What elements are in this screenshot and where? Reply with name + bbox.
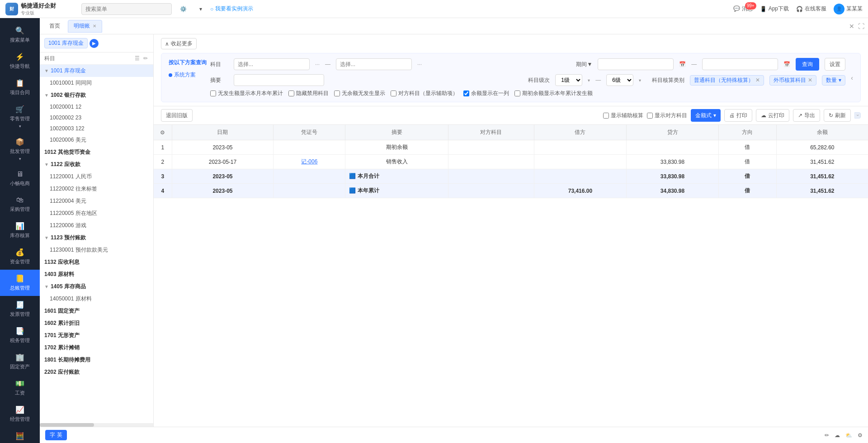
tree-item-1122[interactable]: ▼ 1122 应收款: [40, 158, 153, 171]
horizontal-scrollbar[interactable]: [40, 423, 153, 427]
selected-account-badge[interactable]: 1001 库存现金: [44, 38, 88, 48]
ellipsis-end-btn[interactable]: ···: [417, 61, 422, 67]
bottom-cloud-icon[interactable]: ☁: [835, 432, 840, 438]
refresh-btn[interactable]: ↻ 刷新: [824, 109, 851, 122]
expand-more-btn[interactable]: ∧ 收起更多: [161, 38, 197, 49]
tree-item-11220002[interactable]: 11220002 往来标签: [40, 183, 153, 195]
tree-item-10010001[interactable]: 10010001 同同同: [40, 77, 153, 89]
tree-item-2202[interactable]: 2202 应付账款: [40, 366, 153, 378]
tree-item-1002[interactable]: ▼ 1002 银行存款: [40, 89, 153, 101]
checkbox-opposite[interactable]: 对方科目（显示辅助项）: [391, 90, 458, 97]
tree-list-btn[interactable]: ☰: [134, 54, 141, 62]
tree-item-1801[interactable]: 1801 长期待摊费用: [40, 354, 153, 366]
col-settings[interactable]: ⚙: [154, 125, 172, 140]
ellipsis-btn[interactable]: ···: [315, 61, 320, 67]
online-service-btn[interactable]: 🎧 在线客服: [796, 5, 826, 13]
lang-switch-btn[interactable]: 字 英: [45, 430, 67, 440]
tree-item-11220006[interactable]: 11220006 游戏: [40, 219, 153, 232]
sidebar-item-ledger[interactable]: 📒 总账管理: [0, 270, 40, 296]
cloud-print-btn[interactable]: ☁ 云打印: [756, 109, 789, 122]
currency-mode-btn[interactable]: 金额式 ▾: [691, 109, 721, 122]
calendar-end-icon[interactable]: 📅: [783, 61, 790, 67]
sidebar-item-wholesale[interactable]: 📦 批发管理 ▾: [0, 133, 40, 166]
search-input[interactable]: [81, 3, 172, 15]
tag-foreign[interactable]: 外币核算科目 ✕: [769, 75, 816, 86]
tree-item-11220005[interactable]: 11220005 所在地区: [40, 207, 153, 219]
export-btn[interactable]: ↗ 导出: [793, 109, 820, 122]
sidebar-item-search[interactable]: 🔍 搜索菜单: [0, 22, 40, 48]
checkbox-show-aux-calc[interactable]: 显示辅助核算: [603, 112, 643, 119]
period-start-input[interactable]: 2023-05: [598, 58, 674, 70]
tree-item-10020003[interactable]: 10020003 122: [40, 123, 153, 134]
scrollbar-thumb[interactable]: [40, 423, 94, 427]
app-download-btn[interactable]: 📱 App下载: [760, 5, 789, 13]
dropdown-nav-btn[interactable]: ▾: [195, 3, 207, 15]
collapse-left-btn[interactable]: ‹: [851, 74, 853, 81]
tree-item-11220004[interactable]: 11220004 美元: [40, 195, 153, 207]
checkbox-no-balance[interactable]: 无发生额显示本月本年累计: [210, 90, 283, 97]
subject-input[interactable]: [234, 58, 310, 70]
tree-item-1123[interactable]: ▼ 1123 预付账款: [40, 232, 153, 244]
notification-btn[interactable]: 💬 消息 99+: [733, 5, 752, 13]
sidebar-item-finance[interactable]: 💰 资金管理: [0, 243, 40, 270]
user-area[interactable]: 👤 某某某: [834, 4, 863, 14]
tree-item-11220001[interactable]: 11220001 人民币: [40, 171, 153, 183]
tree-item-11230001[interactable]: 11230001 预付款款美元: [40, 244, 153, 256]
voucher-link[interactable]: 记-006: [301, 158, 317, 165]
sidebar-item-ecommerce[interactable]: 🖥 小畅电商: [0, 166, 40, 191]
tab-ledger[interactable]: 明细账 ✕: [68, 20, 102, 33]
tag-ordinary[interactable]: 普通科目（无特殊核算） ✕: [690, 75, 764, 86]
tree-item-1601[interactable]: 1601 固定资产: [40, 305, 153, 317]
close-window-btn[interactable]: ✕: [849, 23, 854, 30]
nav-next-btn[interactable]: ▶: [90, 39, 99, 48]
tree-item-1602[interactable]: 1602 累计折旧: [40, 317, 153, 329]
tab-home[interactable]: 首页: [43, 20, 66, 33]
tree-item-14050001[interactable]: 14050001 原材料: [40, 293, 153, 305]
return-old-btn[interactable]: 退回旧版: [161, 109, 193, 122]
tag-close-btn[interactable]: ✕: [755, 77, 760, 83]
sidebar-item-salary[interactable]: 💵 工资: [0, 375, 40, 401]
tab-close-btn[interactable]: ✕: [93, 24, 96, 29]
tree-item-1012[interactable]: 1012 其他货币资金: [40, 146, 153, 158]
maximize-btn[interactable]: ⛶: [858, 23, 864, 30]
system-scheme-btn[interactable]: 系统方案: [169, 71, 207, 79]
print-btn[interactable]: 🖨 打印: [724, 109, 752, 122]
sidebar-item-expense[interactable]: 🧮 小畅报销: [0, 427, 40, 443]
sidebar-item-operations[interactable]: 📈 经营管理: [0, 401, 40, 427]
tree-item-10020001[interactable]: 10020001 12: [40, 101, 153, 112]
sidebar-item-fixed-assets[interactable]: 🏢 固定资产: [0, 348, 40, 375]
tree-item-10020002[interactable]: 10020002 23: [40, 112, 153, 123]
sidebar-item-quick-nav[interactable]: ⚡ 快捷导航: [0, 48, 40, 74]
settings-nav-btn[interactable]: ⚙️: [175, 3, 191, 15]
right-collapse-btn[interactable]: ›: [854, 112, 861, 118]
bottom-settings-icon[interactable]: ⚙: [858, 432, 863, 438]
period-end-input[interactable]: 2023-05: [702, 58, 778, 70]
tree-add-btn[interactable]: ✏: [142, 54, 149, 62]
bottom-edit-icon[interactable]: ✏: [825, 432, 829, 438]
sidebar-item-inventory[interactable]: 📊 库存核算: [0, 217, 40, 243]
summary-input[interactable]: [234, 74, 324, 86]
tree-item-1001[interactable]: ▼ 1001 库存现金: [40, 65, 153, 77]
tree-item-1132[interactable]: 1132 应收利息: [40, 256, 153, 268]
period-label[interactable]: 期间▼: [576, 61, 592, 68]
query-btn[interactable]: 查询: [796, 58, 819, 71]
sidebar-item-invoice[interactable]: 🧾 发票管理: [0, 296, 40, 322]
checkbox-balance-one-col[interactable]: 余额显示在一列: [463, 90, 509, 97]
demo-link[interactable]: ○ 我要看实例演示: [210, 5, 253, 13]
tree-item-10020006[interactable]: 10020006 美元: [40, 134, 153, 146]
sidebar-item-tax[interactable]: 📑 税务管理: [0, 322, 40, 348]
subject-end-input[interactable]: [336, 58, 412, 70]
sidebar-item-retail[interactable]: 🛒 零售管理 ▾: [0, 100, 40, 133]
sidebar-item-purchase[interactable]: 🛍 采购管理: [0, 191, 40, 217]
tree-item-1702[interactable]: 1702 累计摊销: [40, 342, 153, 354]
tree-item-1405[interactable]: ▼ 1405 库存商品: [40, 281, 153, 293]
subject-level-end-select[interactable]: 6级5级4级: [606, 74, 633, 86]
tree-item-1403[interactable]: 1403 原材料: [40, 268, 153, 281]
settings-btn[interactable]: 设置: [825, 58, 845, 71]
calendar-start-icon[interactable]: 📅: [679, 61, 686, 67]
checkbox-show-opposite[interactable]: 显示对方科目: [647, 112, 687, 119]
subject-level-start-select[interactable]: 1级2级3级: [555, 74, 582, 86]
tag-close-btn-2[interactable]: ✕: [808, 77, 812, 83]
tag-quantity[interactable]: 数量 ▾: [822, 75, 845, 86]
sidebar-item-project[interactable]: 📋 项目合同: [0, 74, 40, 100]
